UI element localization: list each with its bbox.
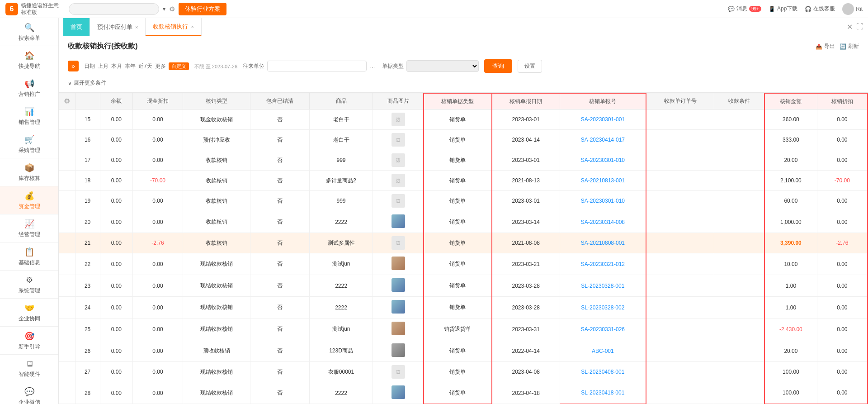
sidebar-item-finance[interactable]: 💰 资金管理	[0, 186, 58, 214]
voucher-type-label: 单据类型	[382, 62, 404, 70]
cell-settings	[59, 382, 75, 404]
sidebar-item-sales[interactable]: 📊 销售管理	[0, 102, 58, 130]
cell-receipt-condition	[714, 253, 764, 275]
counterparty-input[interactable]	[267, 61, 367, 71]
cell-seq: 20	[75, 211, 100, 233]
writeoff-no-link[interactable]: SA-20230301-010	[581, 157, 625, 163]
product-image	[392, 257, 405, 270]
close-tab2-icon[interactable]: ×	[191, 24, 193, 29]
writeoff-no-link[interactable]: SA-20230301-010	[581, 198, 625, 204]
writeoff-no-link[interactable]: ABC-001	[592, 348, 614, 354]
tab-prepay[interactable]: 预付冲应付单 ×	[90, 18, 146, 36]
col-goods: 商品	[309, 93, 373, 109]
cell-balance: 0.00	[100, 318, 132, 340]
cell-writeoff-date: 2023-03-31	[492, 318, 560, 340]
cell-include-settled: 否	[250, 382, 309, 404]
refresh-button[interactable]: 🔄 刷新	[840, 43, 859, 50]
expand-more-button[interactable]: ∨ 展开更多条件	[68, 79, 859, 87]
writeoff-no-link[interactable]: SA-20210813-001	[581, 177, 625, 184]
close-window-icon[interactable]: ✕	[847, 23, 853, 31]
home-icon: 🏠	[24, 51, 34, 61]
cell-writeoff-type: 现结收款核销	[183, 297, 250, 318]
app-download-action[interactable]: 📱 App下载	[769, 5, 797, 13]
tab-writeoff[interactable]: 收款核销执行 ×	[146, 18, 201, 36]
message-action[interactable]: 💬 消息 99+	[728, 5, 761, 13]
writeoff-no-link[interactable]: SL-20230328-001	[581, 283, 624, 289]
cart-icon: 🛒	[24, 135, 34, 145]
cell-goods: 老白干	[309, 130, 373, 150]
top-search-area: ▾ ⚙ 休验行业方案	[69, 3, 723, 15]
sidebar-item-purchase[interactable]: 🛒 采购管理	[0, 130, 58, 158]
cell-writeoff-discount: 0.00	[817, 150, 868, 171]
sidebar-item-newguide[interactable]: 🎯 新手引导	[0, 327, 58, 355]
cell-receipt-order-no	[646, 340, 714, 362]
sidebar-item-quicknav[interactable]: 🏠 快捷导航	[0, 46, 58, 74]
solution-button[interactable]: 休验行业方案	[179, 3, 226, 15]
sidebar-item-operations[interactable]: 📈 经营管理	[0, 214, 58, 242]
filter-expand-button[interactable]: »	[68, 61, 79, 71]
settings-button[interactable]: 设置	[518, 60, 542, 73]
gear-icon[interactable]: ⚙	[169, 5, 175, 13]
writeoff-no-link[interactable]: SL-20230328-002	[581, 304, 624, 311]
top-dropdown[interactable]: ▾	[163, 6, 165, 12]
expand-window-icon[interactable]: ⛶	[856, 23, 863, 31]
cell-receipt-order-no	[646, 253, 714, 275]
writeoff-no-link[interactable]: SA-20230301-001	[581, 116, 625, 123]
writeoff-no-link[interactable]: SA-20210808-001	[581, 240, 625, 246]
page-title-row: 收款核销执行(按收款) 📤 导出 🔄 刷新	[68, 42, 859, 51]
cell-writeoff-amount: 360.00	[764, 109, 817, 130]
table-row: 17 0.00 0.00 收款核销 否 999 🖼 销货单 2023-03-01…	[59, 150, 868, 171]
sidebar-item-inventory[interactable]: 📦 库存核算	[0, 158, 58, 186]
writeoff-no-link[interactable]: SA-20230314-008	[581, 219, 625, 225]
cell-balance: 0.00	[100, 233, 132, 253]
sidebar-item-search[interactable]: 🔍 搜索菜单	[0, 18, 58, 46]
sidebar-item-baseinfo[interactable]: 📋 基础信息	[0, 242, 58, 271]
date-more[interactable]: 更多	[155, 62, 166, 70]
cell-include-settled: 否	[250, 318, 309, 340]
cell-receipt-order-no	[646, 233, 714, 253]
cell-goods-image: 🖼	[373, 362, 424, 382]
writeoff-no-link[interactable]: SA-20230414-017	[581, 137, 625, 143]
sysadmin-icon: ⚙	[26, 275, 33, 285]
online-service-action[interactable]: 🎧 在线客服	[805, 5, 835, 13]
cell-goods: 老白干	[309, 109, 373, 130]
writeoff-no-link[interactable]: SA-20230321-012	[581, 261, 625, 267]
sidebar-item-enterprise[interactable]: 🤝 企业协同	[0, 299, 58, 327]
close-tab1-icon[interactable]: ×	[135, 24, 138, 30]
writeoff-no-link[interactable]: SL-20230418-001	[581, 390, 624, 396]
sidebar-item-smarthw[interactable]: 🖥 智能硬件	[0, 355, 58, 382]
date-7days[interactable]: 近7天	[138, 62, 152, 70]
message-badge: 99+	[749, 6, 761, 12]
cell-seq: 27	[75, 362, 100, 382]
cell-writeoff-date: 2023-03-01	[492, 150, 560, 171]
sidebar-item-label: 企业协同	[19, 315, 40, 323]
user-action[interactable]: Rit	[842, 3, 863, 15]
cell-receipt-order-no	[646, 362, 714, 382]
cell-goods-image	[373, 318, 424, 340]
export-button[interactable]: 📤 导出	[816, 43, 835, 50]
col-settings[interactable]: ⚙	[59, 93, 75, 109]
date-this-year[interactable]: 本年	[125, 62, 136, 70]
sidebar-item-label: 系统管理	[19, 287, 40, 295]
voucher-type-select[interactable]	[406, 60, 479, 72]
cell-balance: 0.00	[100, 275, 132, 297]
writeoff-no-link[interactable]: SL-20230408-001	[581, 369, 624, 375]
date-custom[interactable]: 自定义	[169, 62, 189, 70]
cell-writeoff-date: 2022-04-14	[492, 340, 560, 362]
sidebar-item-marketing[interactable]: 📢 营销推广	[0, 74, 58, 102]
clipboard-icon: 📋	[24, 247, 34, 257]
cell-settings	[59, 150, 75, 171]
col-include-settled: 包含已结清	[250, 93, 309, 109]
top-search-input[interactable]	[69, 3, 159, 15]
sidebar-item-sysadmin[interactable]: ⚙ 系统管理	[0, 271, 58, 299]
cell-goods: 999	[309, 191, 373, 211]
date-last-month[interactable]: 上月	[98, 62, 108, 70]
tab-home[interactable]: 首页	[63, 18, 90, 36]
date-this-month[interactable]: 本月	[111, 62, 122, 70]
writeoff-no-link[interactable]: SA-20230331-026	[581, 326, 625, 333]
sidebar-item-wechat[interactable]: 💬 企业微信	[0, 382, 58, 404]
cell-balance: 0.00	[100, 340, 132, 362]
cell-writeoff-type: 现金收款核销	[183, 109, 250, 130]
query-button[interactable]: 查询	[484, 59, 512, 73]
cell-balance: 0.00	[100, 362, 132, 382]
